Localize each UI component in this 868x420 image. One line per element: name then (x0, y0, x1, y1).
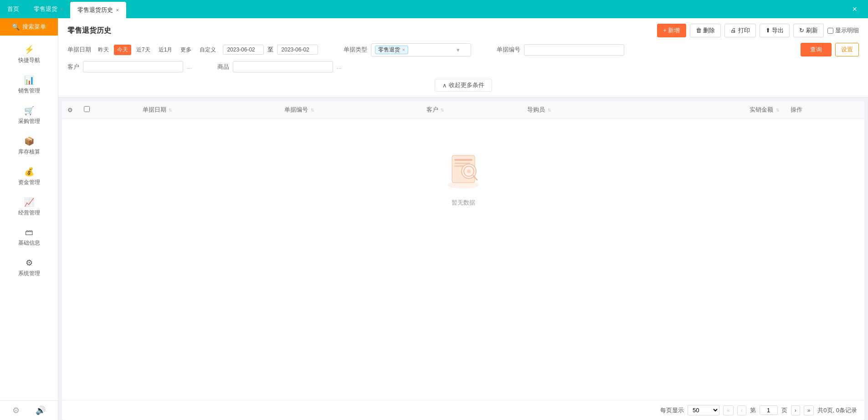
type-select[interactable]: 零售退货 × ▾ (371, 43, 471, 56)
filter-row-2: 客户 ... 商品 ... (67, 61, 859, 72)
content-area: 零售退货历史 + 新增 🗑 删除 🖨 打印 ⬆ 导出 ↻ 刷新 显示明细 (58, 18, 868, 420)
last-page-button[interactable]: » (804, 405, 814, 415)
purchase-icon: 🛒 (24, 106, 34, 116)
svg-point-8 (467, 169, 471, 173)
page-label-pre: 第 (750, 406, 756, 415)
goods-label: 商品 (217, 63, 229, 71)
type-tag-close[interactable]: × (402, 47, 405, 52)
th-customer[interactable]: 客户 ⇅ (421, 101, 522, 119)
sidebar-item-quicknav-label: 快捷导航 (18, 56, 40, 64)
setting-button[interactable]: 设置 (835, 43, 859, 56)
page-size-select[interactable]: 50 20 100 (688, 405, 719, 415)
sidebar-item-purchase[interactable]: 🛒 采购管理 (0, 100, 58, 131)
collapse-label: 收起更多条件 (449, 81, 484, 89)
collapse-button[interactable]: ∧ 收起更多条件 (435, 79, 492, 92)
filter-area: 单据日期 昨天 今天 近7天 近1月 更多 自定义 2023-06-02 至 2… (67, 43, 859, 97)
collapse-row: ∧ 收起更多条件 (67, 77, 859, 93)
page-title: 零售退货历史 (67, 26, 111, 36)
tab-retail-return-close[interactable]: × (60, 6, 63, 12)
date-1month[interactable]: 近1月 (155, 45, 176, 55)
table-header-row: ⚙ 单据日期 ⇅ 单据编号 ⇅ (62, 101, 864, 119)
sidebar-item-finance[interactable]: 💰 资金管理 (0, 161, 58, 192)
th-checkbox (78, 101, 137, 119)
sidebar-nav: ⚡ 快捷导航 📊 销售管理 🛒 采购管理 📦 库存核算 💰 资金管理 📈 (0, 36, 58, 400)
sidebar-item-inventory[interactable]: 📦 库存核算 (0, 131, 58, 161)
refresh-button[interactable]: ↻ 刷新 (793, 24, 824, 37)
amount-sort-icon: ⇅ (776, 108, 780, 113)
customer-input[interactable] (83, 61, 183, 72)
number-label: 单据编号 (497, 46, 520, 54)
prev-page-button[interactable]: ‹ (737, 405, 746, 415)
date-from-input[interactable]: 2023-06-02 (223, 45, 264, 55)
operations-icon: 📈 (24, 197, 34, 207)
sidebar-item-system[interactable]: ⚙ 系统管理 (0, 252, 58, 283)
date-more[interactable]: 更多 (177, 45, 195, 55)
sidebar-item-basic-info[interactable]: 🗃 基础信息 (0, 222, 58, 252)
sidebar-search[interactable]: 🔍 搜索菜单 (0, 18, 58, 36)
th-guide[interactable]: 导购员 ⇅ (522, 101, 643, 119)
current-page-input[interactable]: 1 (760, 405, 778, 415)
window-close-button[interactable]: × (848, 5, 861, 14)
customer-label: 客户 (67, 63, 79, 71)
sidebar-item-purchase-label: 采购管理 (18, 118, 40, 125)
add-button[interactable]: + 新增 (657, 24, 686, 37)
sidebar-search-label: 搜索菜单 (22, 23, 46, 31)
th-action: 操作 (785, 101, 864, 119)
settings-bottom-icon[interactable]: ⚙ (12, 405, 20, 415)
date-label: 单据日期 (67, 46, 91, 54)
th-settings: ⚙ (62, 101, 78, 119)
th-amount[interactable]: 实销金额 ⇅ (643, 101, 785, 119)
filter-number: 单据编号 (497, 44, 624, 56)
number-input[interactable] (524, 44, 624, 56)
tab-home-label: 首页 (7, 5, 19, 13)
th-date-label: 单据日期 (143, 106, 166, 113)
date-7days[interactable]: 近7天 (133, 45, 154, 55)
th-number[interactable]: 单据编号 ⇅ (279, 101, 421, 119)
page-actions: + 新增 🗑 删除 🖨 打印 ⬆ 导出 ↻ 刷新 显示明细 (657, 24, 859, 37)
first-page-button[interactable]: « (723, 405, 734, 415)
print-button[interactable]: 🖨 打印 (724, 24, 756, 37)
export-button[interactable]: ⬆ 导出 (760, 24, 790, 37)
th-guide-label: 导购员 (527, 106, 545, 113)
date-sort-icon: ⇅ (169, 108, 172, 113)
type-dropdown-icon: ▾ (457, 46, 460, 53)
sidebar-item-operations[interactable]: 📈 经营管理 (0, 192, 58, 222)
next-page-button[interactable]: › (791, 405, 800, 415)
goods-ellipsis[interactable]: ... (337, 63, 342, 70)
search-icon: 🔍 (12, 23, 20, 31)
date-today[interactable]: 今天 (114, 45, 131, 55)
show-detail-input[interactable] (827, 28, 833, 34)
sidebar-item-basic-info-label: 基础信息 (18, 239, 40, 247)
page-title-row: 零售退货历史 + 新增 🗑 删除 🖨 打印 ⬆ 导出 ↻ 刷新 显示明细 (67, 24, 859, 37)
filter-type: 单据类型 零售退货 × ▾ (344, 43, 471, 56)
customer-sort-icon: ⇅ (441, 108, 444, 113)
query-button[interactable]: 查询 (801, 43, 832, 56)
inventory-icon: 📦 (24, 136, 34, 146)
top-bar-right: × (848, 5, 868, 14)
empty-icon (441, 146, 486, 193)
table-settings-icon[interactable]: ⚙ (67, 107, 73, 113)
tab-home[interactable]: 首页 (0, 0, 26, 18)
sound-bottom-icon[interactable]: 🔊 (36, 405, 46, 415)
sidebar-item-quicknav[interactable]: ⚡ 快捷导航 (0, 39, 58, 70)
tab-retail-return-label: 零售退货 (34, 5, 57, 13)
customer-ellipsis[interactable]: ... (187, 63, 192, 70)
sidebar-item-operations-label: 经营管理 (18, 209, 40, 217)
show-detail-checkbox[interactable]: 显示明细 (827, 26, 859, 35)
th-customer-label: 客户 (426, 106, 438, 113)
date-custom[interactable]: 自定义 (196, 45, 219, 55)
tab-retail-return[interactable]: 零售退货 × (26, 0, 70, 18)
sidebar-item-sales[interactable]: 📊 销售管理 (0, 70, 58, 100)
th-date[interactable]: 单据日期 ⇅ (137, 101, 279, 119)
tab-retail-return-history[interactable]: 零售退货历史 × (70, 2, 126, 18)
date-to-input[interactable]: 2023-06-02 (277, 45, 318, 55)
date-yesterday[interactable]: 昨天 (95, 45, 112, 55)
svg-rect-2 (454, 159, 473, 161)
delete-button[interactable]: 🗑 删除 (690, 24, 721, 37)
tab-retail-return-history-close[interactable]: × (116, 7, 118, 13)
sidebar-item-sales-label: 销售管理 (18, 87, 40, 95)
tab-bar: 首页 零售退货 × 零售退货历史 × (0, 0, 848, 18)
sidebar-item-finance-label: 资金管理 (18, 179, 40, 186)
select-all-checkbox[interactable] (84, 106, 90, 112)
goods-input[interactable] (233, 61, 333, 72)
